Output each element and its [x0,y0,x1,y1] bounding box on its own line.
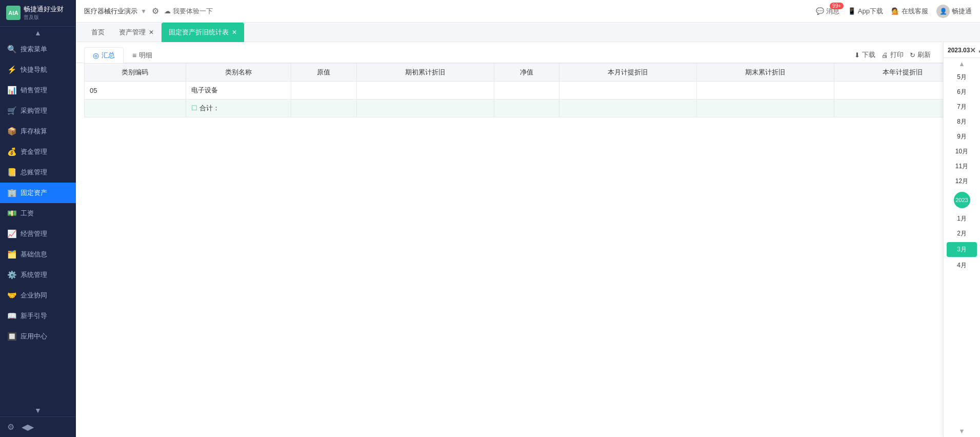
sidebar-item-basic-info[interactable]: 🗂️ 基础信息 [0,244,76,265]
tabs-bar: 首页 资产管理 ✕ 固定资产折旧统计表 ✕ [76,23,980,42]
settings-bottom-icon[interactable]: ⚙ [7,422,14,432]
date-month-8[interactable]: 8月 [944,114,980,129]
date-month-10[interactable]: 10月 [944,144,980,159]
date-month-1[interactable]: 1月 [944,211,980,226]
sidebar-scroll-up[interactable]: ▲ [0,27,76,39]
sidebar-item-ops[interactable]: 📈 经营管理 [0,224,76,244]
scroll-down-icon: ▼ [34,406,42,414]
sidebar-item-sales[interactable]: 📊 销售管理 [0,80,76,101]
date-month-9[interactable]: 9月 [944,129,980,144]
sub-tab-detail[interactable]: ≡ 明细 [124,47,161,63]
topbar-settings-icon[interactable]: ⚙ [152,6,159,16]
sidebar-label-inventory: 库存核算 [21,127,47,136]
company-selector[interactable]: 医疗器械行业演示 ▼ [84,7,147,16]
logo-subtitle: 普及版 [24,14,64,21]
tab-home[interactable]: 首页 [84,23,112,42]
experience-button[interactable]: ☁ 我要体验一下 [164,7,213,16]
total-icon: ☐ [191,104,197,112]
sidebar-item-quick-nav[interactable]: ⚡ 快捷导航 [0,59,76,80]
cell-net-value [494,82,559,100]
cell-name: 电子设备 [186,82,291,100]
inventory-icon: 📦 [7,127,16,136]
col-end-accum-depr: 期末累计折旧 [696,64,834,82]
sidebar-label-sales: 销售管理 [21,86,47,95]
sidebar-item-search[interactable]: 🔍 搜索菜单 [0,39,76,59]
print-label: 打印 [890,50,904,59]
cell-code: 05 [85,82,186,100]
sidebar-label-quick-nav: 快捷导航 [21,65,47,74]
download-label: 下载 [862,50,875,59]
year-2023-badge[interactable]: 2023 [954,192,970,208]
download-button[interactable]: ⬇ 下载 [854,50,875,59]
logo-text-block: 畅捷通好业财 普及版 [24,5,64,21]
ops-icon: 📈 [7,229,16,239]
tab-asset-mgmt[interactable]: 资产管理 ✕ [112,23,162,42]
sidebar-label-finance: 资金管理 [21,147,47,156]
sidebar-item-finance[interactable]: 💰 资金管理 [0,142,76,162]
sidebar-scroll-down[interactable]: ▼ [0,404,76,416]
date-panel-scroll-up[interactable]: ▲ [944,58,980,70]
topbar-left: 医疗器械行业演示 ▼ ⚙ ☁ 我要体验一下 [84,6,213,16]
sidebar-label-ops: 经营管理 [21,229,47,239]
app-download-label: App下载 [858,7,883,16]
print-button[interactable]: 🖨 打印 [882,50,904,59]
guide-icon: 📖 [7,311,16,321]
total-end-accum-depr [696,100,834,117]
depreciation-table: 类别编码 类别名称 原值 期初累计折旧 净值 本月计提折旧 期末累计折旧 本年计… [84,63,972,117]
date-month-5[interactable]: 5月 [944,70,980,85]
app-download-button[interactable]: 📱 App下载 [848,7,883,16]
home-tab-label: 首页 [91,28,105,37]
sidebar-item-inventory[interactable]: 📦 库存核算 [0,121,76,142]
messages-button[interactable]: 💬 消息 99+ [816,7,839,16]
topbar: 医疗器械行业演示 ▼ ⚙ ☁ 我要体验一下 💬 消息 99+ 📱 App下载 💁… [76,0,980,23]
fixed-depr-tab-close[interactable]: ✕ [232,29,237,36]
search-nav-icon: 🔍 [7,45,16,54]
sidebar-nav: 🔍 搜索菜单 ⚡ 快捷导航 📊 销售管理 🛒 采购管理 📦 库存核算 💰 资金管… [0,39,76,404]
date-month-2[interactable]: 2月 [944,226,980,241]
sidebar-item-payroll[interactable]: 💵 工资 [0,203,76,224]
avatar: 👤 [936,5,950,18]
table-wrap: 类别编码 类别名称 原值 期初累计折旧 净值 本月计提折旧 期末累计折旧 本年计… [76,63,980,437]
sidebar-item-fixed-asset[interactable]: 🏢 固定资产 [0,183,76,203]
date-panel-close-button[interactable]: ✕ [970,46,976,54]
date-month-12[interactable]: 12月 [944,174,980,189]
refresh-label: 刷新 [917,50,931,59]
sidebar-item-app-center[interactable]: 🔲 应用中心 [0,326,76,347]
sidebar-item-ledger[interactable]: 📒 总账管理 [0,162,76,183]
online-service-button[interactable]: 💁 在线客服 [891,7,928,16]
date-month-11[interactable]: 11月 [944,159,980,174]
sidebar-label-guide: 新手引导 [21,311,47,321]
user-name: 畅捷通 [952,7,972,16]
sidebar-label-system: 系统管理 [21,270,47,280]
asset-mgmt-tab-close[interactable]: ✕ [149,29,154,36]
fixed-asset-icon: 🏢 [7,188,16,197]
date-month-6[interactable]: 6月 [944,85,980,100]
sidebar-label-ledger: 总账管理 [21,168,47,177]
date-panel-scroll-down[interactable]: ▼ [944,425,980,437]
sidebar-item-purchase[interactable]: 🛒 采购管理 [0,101,76,121]
scroll-up-icon: ▲ [34,29,42,37]
collapse-icon[interactable]: ◀▶ [22,422,34,432]
finance-icon: 💰 [7,147,16,156]
sidebar-item-collab[interactable]: 🤝 企业协同 [0,285,76,306]
tab-fixed-asset-depreciation[interactable]: 固定资产折旧统计表 ✕ [162,23,245,42]
date-month-3-active[interactable]: 3月 [947,242,977,257]
detail-tab-icon: ≡ [132,51,136,59]
experience-icon: ☁ [164,7,171,15]
date-month-4[interactable]: 4月 [944,258,980,273]
user-profile[interactable]: 👤 畅捷通 [936,5,972,18]
date-panel-title: 2023.03 [948,47,970,54]
col-net-value: 净值 [494,64,559,82]
summary-tab-label: 汇总 [102,51,115,60]
col-name: 类别名称 [186,64,291,82]
refresh-button[interactable]: ↻ 刷新 [910,50,931,59]
date-panel-expand-button[interactable]: ⤢ [978,46,980,54]
sidebar-item-guide[interactable]: 📖 新手引导 [0,306,76,326]
sidebar-item-system[interactable]: ⚙️ 系统管理 [0,265,76,285]
date-month-7[interactable]: 7月 [944,100,980,114]
sub-tab-summary[interactable]: ◎ 汇总 [84,47,124,63]
logo-title: 畅捷通好业财 [24,5,64,14]
summary-tab-icon: ◎ [93,51,99,59]
print-icon: 🖨 [882,51,888,59]
total-row: ☐合计： 791.67 [85,100,972,117]
